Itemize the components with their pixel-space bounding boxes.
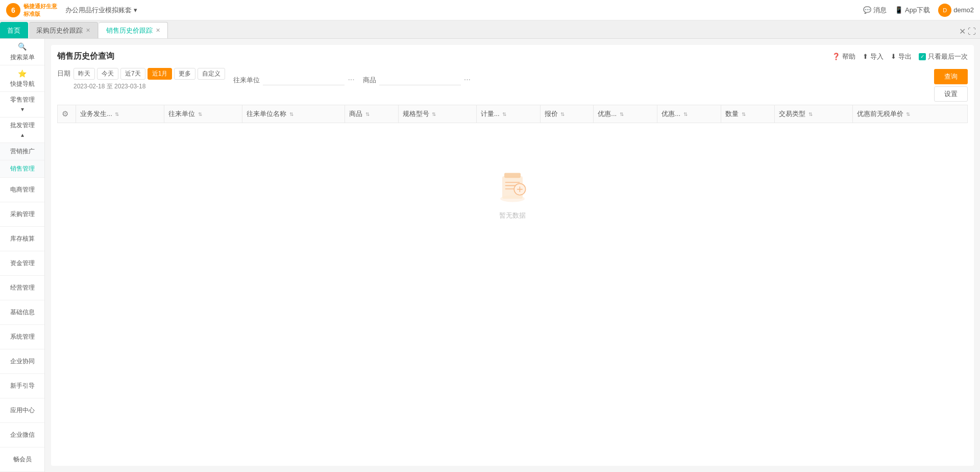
sort-icon-2: ⇅ [198, 111, 202, 117]
sales-history-close-icon[interactable]: ✕ [156, 28, 160, 33]
help-button[interactable]: ❓ 帮助 [832, 52, 855, 61]
sort-icon-5: ⇅ [432, 111, 436, 117]
sidebar-item-enterprise-collab[interactable]: 企业协同 [0, 349, 44, 374]
sort-icon-3: ⇅ [289, 111, 293, 117]
sidebar-item-purchase[interactable]: 采购管理 [0, 202, 44, 227]
partner-dots[interactable]: ··· [348, 75, 354, 84]
tab-purchase-history[interactable]: 采购历史价跟踪 ✕ [29, 22, 98, 38]
empty-text: 暂无数据 [499, 211, 526, 220]
sidebar-quick-nav-label: 快捷导航 [10, 80, 35, 88]
export-label: 导出 [898, 52, 912, 61]
table-header-row: ⚙ 业务发生... ⇅ 往来单位 ⇅ 往来单位名称 [58, 105, 968, 123]
col-discount-rate: 优惠... ⇅ [594, 105, 657, 123]
header-right: 💬 消息 📱 App下载 D demo2 [863, 4, 974, 17]
import-label: 导入 [870, 52, 884, 61]
download-icon: 📱 [895, 6, 903, 14]
product-input[interactable] [379, 74, 461, 85]
empty-state: 暂无数据 [57, 123, 968, 261]
message-button[interactable]: 💬 消息 [863, 6, 887, 15]
chevron-down-icon: ▾ [134, 6, 137, 14]
col-spec: 规格型号 ⇅ [398, 105, 476, 123]
import-icon: ⬆ [863, 53, 868, 60]
tab-sales-history[interactable]: 销售历史价跟踪 ✕ [99, 22, 168, 38]
date-btn-7days[interactable]: 近7天 [120, 68, 145, 80]
sidebar-item-ecommerce[interactable]: 电商管理 [0, 178, 44, 202]
col-partner-name-label: 往来单位名称 [247, 110, 286, 117]
partner-filter-group: 往来单位 ··· [233, 74, 354, 85]
col-spec-label: 规格型号 [403, 110, 429, 117]
sidebar-item-search-menu[interactable]: 🔍 搜索菜单 [0, 39, 44, 65]
table-settings-icon[interactable]: ⚙ [62, 109, 68, 118]
col-partner-code: 往来单位 ⇅ [164, 105, 242, 123]
app-selector[interactable]: 办公用品行业模拟账套 ▾ [61, 4, 141, 17]
export-button[interactable]: ⬇ 导出 [891, 52, 912, 61]
date-buttons: 昨天 今天 近7天 近1月 更多 自定义 [74, 68, 225, 80]
close-all-tabs-icon[interactable]: ✕ [959, 27, 966, 36]
product-dots[interactable]: ··· [464, 75, 471, 84]
date-btn-1month[interactable]: 近1月 [148, 68, 173, 80]
sort-icon-9: ⇅ [683, 111, 688, 117]
tab-bar: 首页 采购历史价跟踪 ✕ 销售历史价跟踪 ✕ ✕ ⛶ [0, 20, 980, 39]
sort-icon-12: ⇅ [906, 111, 910, 117]
col-business-date: 业务发生... ⇅ [76, 105, 164, 123]
sidebar-item-new-guide[interactable]: 新手引导 [0, 374, 44, 398]
sidebar-item-quick-nav[interactable]: ⭐ 快捷导航 [0, 65, 44, 92]
sort-icon-1: ⇅ [115, 111, 119, 117]
sidebar-item-sales-mgmt[interactable]: 销售管理 [0, 160, 44, 178]
logo-text: 畅捷通好生意 标准版 [23, 3, 57, 17]
date-btn-custom[interactable]: 自定义 [198, 68, 225, 80]
table-wrapper: ⚙ 业务发生... ⇅ 往来单位 ⇅ 往来单位名称 [57, 105, 968, 123]
message-label: 消息 [873, 6, 887, 15]
empty-state-illustration [492, 164, 533, 205]
only-last-label: 只看最后一次 [928, 52, 968, 61]
sidebar-item-app-center[interactable]: 应用中心 [0, 398, 44, 423]
search-icon: 🔍 [18, 42, 27, 52]
home-tab-label: 首页 [7, 26, 20, 35]
sidebar-item-retail-mgmt[interactable]: 零售管理 ▾ [0, 92, 44, 117]
query-button[interactable]: 查询 [934, 69, 968, 84]
date-btn-today[interactable]: 今天 [97, 68, 118, 80]
only-last-checkbox[interactable]: ✓ 只看最后一次 [919, 52, 968, 61]
sidebar-item-operations[interactable]: 经营管理 [0, 276, 44, 300]
sales-mgmt-label: 销售管理 [10, 164, 35, 173]
basic-info-label: 基础信息 [10, 308, 35, 317]
settings-button[interactable]: 设置 [934, 86, 968, 102]
date-btn-more[interactable]: 更多 [174, 68, 195, 80]
checkbox-checked-icon: ✓ [919, 53, 926, 60]
sidebar-item-inventory[interactable]: 库存核算 [0, 227, 44, 251]
app-download-label: App下载 [905, 6, 930, 15]
col-quote: 报价 ⇅ [540, 105, 594, 123]
date-btn-yesterday[interactable]: 昨天 [74, 68, 95, 80]
sidebar-item-member[interactable]: 畅会员 [0, 447, 44, 472]
import-button[interactable]: ⬆ 导入 [863, 52, 884, 61]
sort-icon-8: ⇅ [620, 111, 624, 117]
sidebar-item-wholesale-mgmt[interactable]: 批发管理 ▴ [0, 117, 44, 143]
sidebar-item-basic-info[interactable]: 基础信息 [0, 300, 44, 325]
app-download-button[interactable]: 📱 App下载 [895, 6, 930, 15]
tab-home[interactable]: 首页 [0, 22, 28, 38]
col-quantity-label: 数量 [725, 110, 739, 117]
date-filter-label: 日期 [57, 68, 70, 78]
product-filter-label: 商品 [363, 75, 376, 85]
user-menu[interactable]: D demo2 [938, 4, 974, 17]
new-guide-label: 新手引导 [10, 382, 35, 390]
partner-input[interactable] [263, 74, 345, 85]
star-icon: ⭐ [18, 69, 27, 79]
col-quote-label: 报价 [545, 110, 558, 117]
content-area: 销售历史价查询 ❓ 帮助 ⬆ 导入 ⬇ 导出 ✓ [45, 39, 980, 472]
logo-icon: 6 [6, 3, 20, 17]
partner-filter-label: 往来单位 [233, 75, 260, 85]
message-icon: 💬 [863, 6, 871, 14]
expand-icon[interactable]: ⛶ [968, 27, 976, 36]
tab-bar-controls: ✕ ⛶ [959, 27, 980, 38]
sidebar-item-enterprise-wechat[interactable]: 企业微信 [0, 423, 44, 447]
inventory-label: 库存核算 [10, 234, 35, 243]
purchase-history-close-icon[interactable]: ✕ [86, 28, 90, 33]
help-label: 帮助 [842, 52, 855, 61]
sidebar-item-marketing[interactable]: 营销推广 [0, 143, 44, 160]
col-trade-type-label: 交易类型 [779, 110, 805, 117]
sidebar-item-finance[interactable]: 资金管理 [0, 251, 44, 276]
avatar: D [938, 4, 951, 17]
sidebar-item-system-mgmt[interactable]: 系统管理 [0, 325, 44, 349]
sort-icon-6: ⇅ [502, 111, 506, 117]
